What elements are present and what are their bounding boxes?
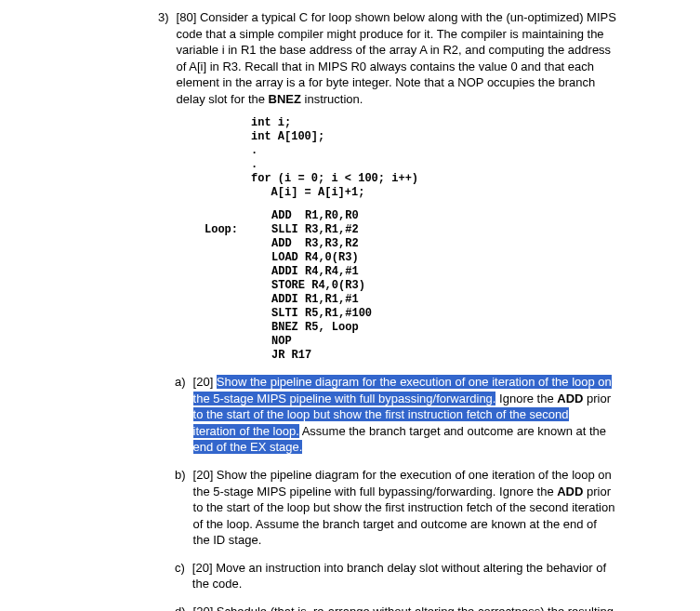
- part-a-hl2: the 5-stage MIPS pipeline with full bypa…: [193, 392, 496, 405]
- part-d-label: d): [175, 604, 186, 611]
- part-b-text: [20] Show the pipeline diagram for the e…: [193, 467, 616, 549]
- q-body-pre: Consider a typical C for loop shown belo…: [177, 10, 616, 106]
- part-a-hl1: Show the pipeline diagram for the execut…: [217, 375, 612, 389]
- part-a-hl5: end of the EX stage.: [193, 440, 303, 454]
- part-a-plain1: Ignore the: [495, 392, 557, 405]
- part-b-text1: Show the pipeline diagram for the execut…: [193, 468, 612, 498]
- part-a: a) [20] Show the pipeline diagram for th…: [175, 374, 616, 456]
- part-a-plain2: prior: [583, 392, 611, 405]
- question-text: [80] Consider a typical C for loop shown…: [177, 9, 616, 107]
- part-c-points: [20]: [192, 561, 216, 575]
- part-a-plain3: Assume the branch target and outcome are…: [299, 424, 606, 438]
- part-d-text: [20] Schedule (that is, re-arrange witho…: [193, 604, 616, 611]
- part-b: b) [20] Show the pipeline diagram for th…: [175, 467, 616, 549]
- document-page: 3) [80] Consider a typical C for loop sh…: [0, 0, 700, 611]
- q-bnez: BNEZ: [269, 92, 301, 106]
- part-c-text: [20] Move an instruction into branch del…: [192, 560, 616, 592]
- question-number: 3): [158, 9, 169, 107]
- part-a-text: [20] Show the pipeline diagram for the e…: [193, 374, 612, 456]
- part-b-add: ADD: [557, 485, 583, 498]
- part-a-hl3: to the start of the loop but show the fi…: [193, 407, 569, 421]
- part-c: c) [20] Move an instruction into branch …: [175, 560, 616, 592]
- part-b-label: b): [175, 467, 186, 549]
- qnum-text: 3): [158, 10, 169, 24]
- part-d-points: [20]: [193, 604, 217, 611]
- part-a-add: ADD: [557, 392, 583, 405]
- part-a-points: [20]: [193, 375, 217, 389]
- part-d-body: Schedule (that is, re-arrange without al…: [193, 604, 614, 611]
- part-d: d) [20] Schedule (that is, re-arrange wi…: [175, 604, 616, 611]
- mips-asm-block: ADD R1,R0,R0 Loop: SLLI R3,R1,#2 ADD R3,…: [205, 209, 616, 363]
- part-c-body: Move an instruction into branch delay sl…: [192, 561, 606, 591]
- question-header: 3) [80] Consider a typical C for loop sh…: [158, 9, 616, 107]
- part-c-label: c): [175, 560, 185, 592]
- part-a-hl4: iteration of the loop.: [193, 424, 299, 438]
- part-a-label: a): [175, 374, 186, 456]
- q-points: [80]: [177, 10, 197, 24]
- c-code-block: int i; int A[100]; . . for (i = 0; i < 1…: [251, 116, 616, 200]
- q-body-post: instruction.: [301, 92, 363, 106]
- part-b-points: [20]: [193, 468, 217, 482]
